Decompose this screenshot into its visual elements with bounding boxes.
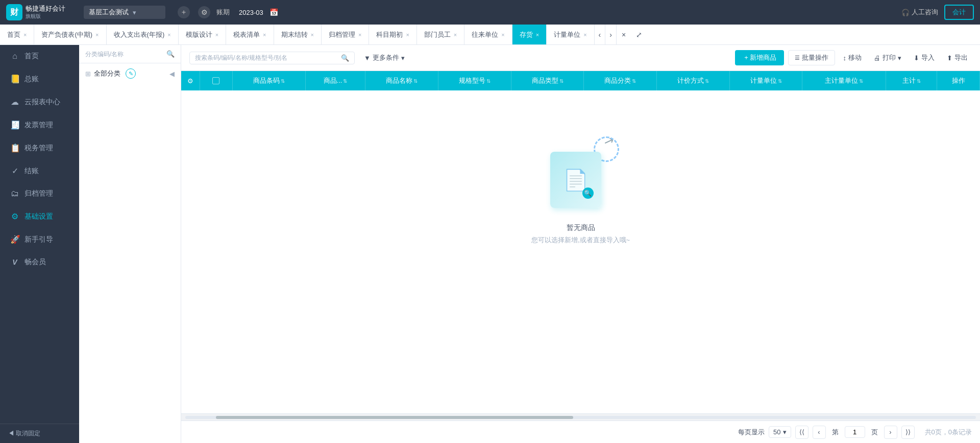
tab-close-icon[interactable]: ×	[215, 32, 218, 38]
move-btn[interactable]: ↕ 移动	[839, 51, 866, 65]
sidebar-label: 新手引导	[24, 235, 53, 244]
per-page-selector[interactable]: 50 ▾	[769, 426, 791, 438]
tab-close-icon[interactable]: ×	[406, 32, 409, 38]
tab-label: 资产负债表(中期)	[41, 30, 92, 39]
page-number-input[interactable]	[845, 426, 865, 438]
sidebar-label: 基础设置	[24, 212, 53, 221]
edit-icon[interactable]: ✎	[126, 68, 136, 79]
add-tab-btn[interactable]: ＋	[178, 6, 190, 18]
tab-close-icon[interactable]: ×	[536, 32, 539, 38]
tab-template[interactable]: 模版设计 ×	[179, 25, 226, 44]
tab-dept-staff[interactable]: 部门员工 ×	[417, 25, 464, 44]
filter-icon: ▼	[364, 54, 371, 62]
settings-icon[interactable]: ⚙	[198, 6, 210, 18]
table-col-spec[interactable]: 规格型号⇅	[438, 71, 511, 90]
table-col-price-method[interactable]: 计价方式⇅	[657, 71, 730, 90]
invoice-icon: 🧾	[10, 120, 19, 130]
tab-next-btn[interactable]: ›	[605, 25, 617, 44]
tab-close-icon[interactable]: ×	[95, 32, 99, 38]
import-btn[interactable]: ⬇ 导入	[910, 51, 939, 65]
account-button[interactable]: 会计	[944, 5, 974, 20]
table-col-barcode[interactable]: 商品条码⇅	[232, 71, 305, 90]
tab-subject-init[interactable]: 科目期初 ×	[369, 25, 416, 44]
tab-balance-mid[interactable]: 资产负债表(中期) ×	[34, 25, 106, 44]
tab-income-annual[interactable]: 收入支出表(年报) ×	[107, 25, 179, 44]
import-label: 导入	[921, 53, 935, 62]
sidebar-item-tax[interactable]: 📋 税务管理	[0, 136, 79, 159]
table-col-code[interactable]: 商品...⇅	[305, 71, 365, 90]
sidebar-item-home[interactable]: ⌂ 首页	[0, 45, 79, 67]
tab-close-icon[interactable]: ×	[583, 32, 586, 38]
sidebar-unpin-btn[interactable]: ◀ 取消固定	[0, 424, 79, 443]
table-col-main-unit[interactable]: 主计量单位⇅	[802, 71, 886, 90]
scrollbar-thumb[interactable]	[216, 416, 573, 419]
headset-icon: 🎧	[901, 9, 910, 16]
scrollbar-track[interactable]	[185, 416, 976, 419]
tab-partner[interactable]: 往来单位 ×	[464, 25, 512, 44]
tab-label: 归档管理	[329, 30, 355, 39]
tab-unit[interactable]: 计量单位 ×	[547, 25, 594, 44]
page-prev-btn[interactable]: ‹	[813, 426, 826, 439]
all-category-item[interactable]: ⊞ 全部分类 ✎ ◀	[79, 63, 181, 84]
category-search-input[interactable]	[85, 51, 163, 58]
sidebar-item-archive[interactable]: 🗂 归档管理	[0, 182, 79, 205]
main-layout: ⌂ 首页 📒 总账 ☁ 云报表中心 🧾 发票管理 📋 税务管理 ✓ 结账 🗂 归…	[0, 45, 980, 443]
tab-close-icon[interactable]: ×	[263, 32, 266, 38]
scrollbar-area[interactable]	[181, 413, 980, 421]
export-btn[interactable]: ⬆ 导出	[943, 51, 972, 65]
table-col-type[interactable]: 商品类型⇅	[511, 71, 584, 90]
left-panel: 🔍 ⊞ 全部分类 ✎ ◀	[79, 45, 181, 443]
tab-inventory[interactable]: 存货 ×	[512, 25, 547, 44]
customer-service-btn[interactable]: 🎧 人工咨询	[901, 8, 938, 17]
tab-home[interactable]: 首页 ×	[0, 25, 34, 44]
batch-operation-btn[interactable]: ☰ 批量操作	[788, 50, 835, 65]
page-last-btn[interactable]: ⟩⟩	[901, 426, 915, 439]
tab-close-icon[interactable]: ×	[454, 32, 457, 38]
sidebar-item-ledger[interactable]: 📒 总账	[0, 67, 79, 90]
add-product-btn[interactable]: + 新增商品	[735, 50, 783, 65]
tab-period-carry[interactable]: 期末结转 ×	[274, 25, 322, 44]
table-checkbox-col[interactable]	[200, 71, 233, 90]
sidebar-item-member[interactable]: V 畅会员	[0, 251, 79, 273]
tab-tax-list[interactable]: 税表清单 ×	[226, 25, 274, 44]
select-all-checkbox[interactable]	[212, 77, 219, 84]
print-btn[interactable]: 🖨 打印 ▾	[870, 51, 905, 65]
table-col-unit[interactable]: 计量单位⇅	[729, 71, 802, 90]
table-col-category[interactable]: 商品分类⇅	[584, 71, 657, 90]
collapse-icon[interactable]: ◀	[169, 70, 175, 78]
more-conditions-btn[interactable]: ▼ 更多条件 ▾	[360, 51, 409, 64]
sidebar-item-basic-settings[interactable]: ⚙ 基础设置	[0, 205, 79, 228]
table-col-main-calc[interactable]: 主计⇅	[886, 71, 937, 90]
tab-close-icon[interactable]: ×	[23, 32, 27, 38]
tab-close-icon[interactable]: ×	[167, 32, 170, 38]
tab-label: 期末结转	[281, 30, 308, 39]
app-sub: 旗舰版	[26, 13, 65, 20]
calendar-icon[interactable]: 📅	[270, 8, 278, 16]
product-search-input[interactable]	[195, 54, 338, 61]
tab-prev-btn[interactable]: ‹	[595, 25, 606, 44]
export-label: 导出	[954, 53, 968, 62]
tab-bar: 首页 × 资产负债表(中期) × 收入支出表(年报) × 模版设计 × 税表清单…	[0, 25, 980, 45]
tab-archive[interactable]: 归档管理 ×	[322, 25, 369, 44]
tab-close-all-btn[interactable]: ×	[617, 25, 631, 44]
search-submit-icon[interactable]: 🔍	[341, 54, 349, 62]
close-account-icon: ✓	[10, 166, 19, 176]
product-table: ⚙ 商品条码⇅ 商品...⇅ 商品名称⇅ 规格型号⇅ 商品类型⇅ 商品分类⇅	[181, 71, 980, 90]
table-settings-col[interactable]: ⚙	[181, 71, 200, 90]
period-label: 账期	[216, 8, 230, 17]
page-first-btn[interactable]: ⟨⟨	[795, 426, 808, 439]
page-label-suffix: 页	[871, 428, 878, 437]
tab-expand-btn[interactable]: ⤢	[631, 25, 647, 44]
tab-close-icon[interactable]: ×	[501, 32, 504, 38]
sidebar-item-invoice[interactable]: 🧾 发票管理	[0, 113, 79, 136]
table-col-name[interactable]: 商品名称⇅	[365, 71, 438, 90]
search-icon[interactable]: 🔍	[166, 50, 175, 58]
company-selector[interactable]: 基层工会测试 ▾	[84, 6, 165, 19]
page-next-btn[interactable]: ›	[884, 426, 897, 439]
sidebar-item-close[interactable]: ✓ 结账	[0, 159, 79, 182]
tab-close-icon[interactable]: ×	[311, 32, 314, 38]
tab-close-icon[interactable]: ×	[358, 32, 361, 38]
sidebar-item-cloud-report[interactable]: ☁ 云报表中心	[0, 90, 79, 113]
sidebar-item-guide[interactable]: 🚀 新手引导	[0, 228, 79, 251]
empty-state: ↗ 📄 🔍 暂无商品 您可以选择	[181, 90, 980, 286]
